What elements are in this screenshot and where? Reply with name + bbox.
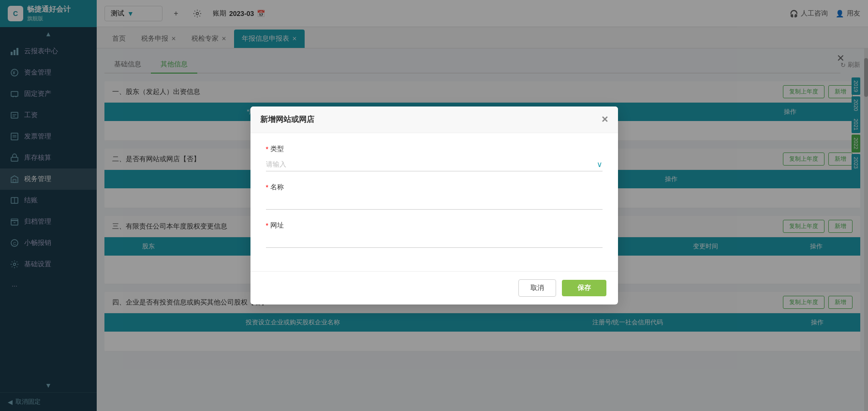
name-label: * 名称 <box>266 183 603 192</box>
save-button[interactable]: 保存 <box>562 280 606 296</box>
name-input[interactable] <box>266 196 603 210</box>
form-field-name: * 名称 <box>266 183 603 210</box>
dialog-header: 新增网站或网店 ✕ <box>250 107 618 133</box>
add-website-dialog: 新增网站或网店 ✕ * 类型 ∨ * 名称 <box>250 107 618 304</box>
form-field-url: * 网址 <box>266 221 603 248</box>
url-input[interactable] <box>266 234 603 248</box>
dialog-close-button[interactable]: ✕ <box>601 114 608 125</box>
url-label: * 网址 <box>266 221 603 230</box>
dialog-overlay: 新增网站或网店 ✕ * 类型 ∨ * 名称 <box>0 0 868 411</box>
dialog-footer: 取消 保存 <box>250 271 618 304</box>
cancel-button[interactable]: 取消 <box>518 279 556 297</box>
type-input[interactable] <box>266 157 603 171</box>
form-field-type: * 类型 ∨ <box>266 145 603 171</box>
dialog-body: * 类型 ∨ * 名称 * 网址 <box>250 133 618 271</box>
type-select-row: ∨ <box>266 157 603 171</box>
type-label: * 类型 <box>266 145 603 153</box>
dialog-title: 新增网站或网店 <box>260 115 314 125</box>
